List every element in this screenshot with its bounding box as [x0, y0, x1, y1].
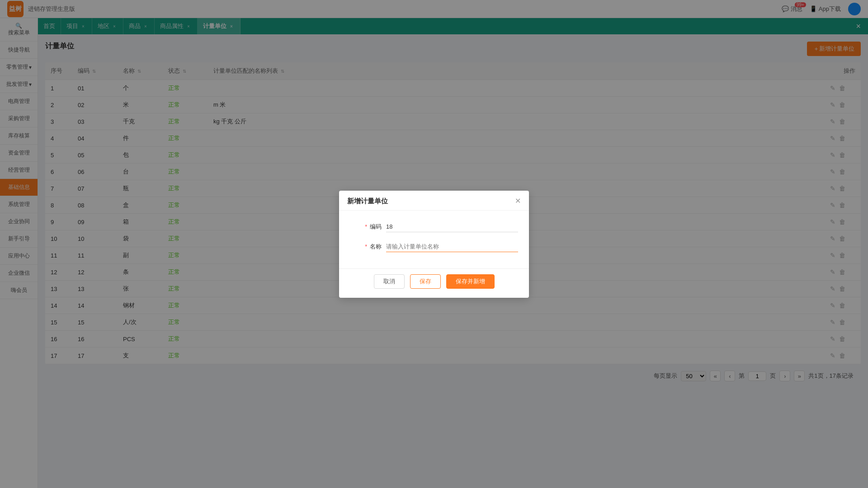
modal-save-new-button[interactable]: 保存并新增 [446, 274, 495, 289]
modal-header: 新增计量单位 ✕ [339, 191, 529, 211]
modal-title: 新增计量单位 [347, 197, 388, 206]
form-code-label: * 编码 [350, 223, 382, 231]
required-mark: * [365, 223, 367, 230]
modal-body: * 编码 * 名称 [339, 211, 529, 268]
modal-overlay[interactable]: 新增计量单位 ✕ * 编码 * 名称 取消 保存 保存并新增 [0, 0, 868, 488]
required-mark-name: * [365, 243, 367, 250]
modal-save-button[interactable]: 保存 [410, 274, 441, 289]
modal-cancel-button[interactable]: 取消 [374, 274, 405, 289]
modal-footer: 取消 保存 保存并新增 [339, 268, 529, 298]
modal-code-input[interactable] [386, 221, 518, 232]
form-row-code: * 编码 [350, 221, 518, 232]
modal-name-input[interactable] [386, 241, 518, 252]
form-row-name: * 名称 [350, 241, 518, 252]
form-name-label: * 名称 [350, 243, 382, 251]
modal-close-icon[interactable]: ✕ [515, 197, 521, 205]
add-unit-modal: 新增计量单位 ✕ * 编码 * 名称 取消 保存 保存并新增 [339, 191, 529, 298]
